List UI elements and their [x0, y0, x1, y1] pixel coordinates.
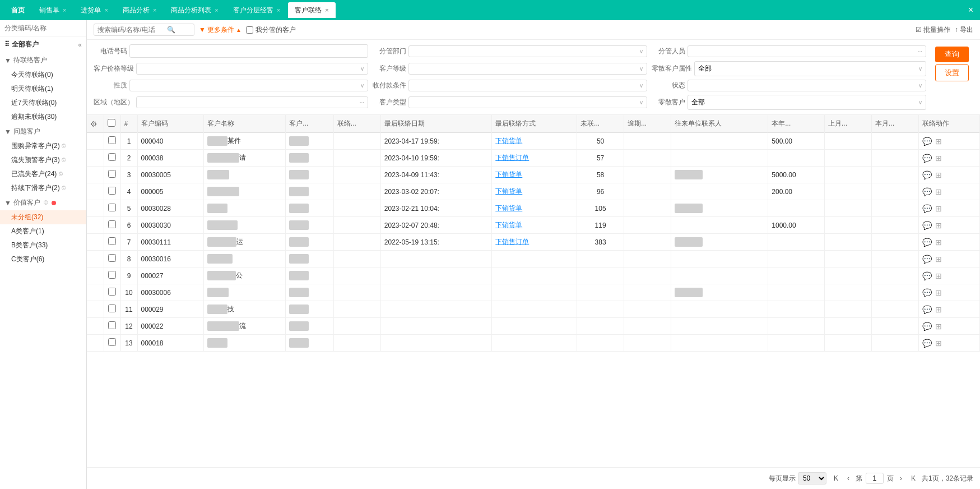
dept-select[interactable]: ∨ — [408, 45, 647, 57]
chat-icon[interactable]: 💬 — [922, 322, 932, 331]
tab-product-analysis-close[interactable]: × — [153, 7, 156, 13]
grid-icon[interactable]: ⊞ — [935, 170, 942, 179]
phone-input[interactable] — [129, 44, 368, 58]
chat-icon[interactable]: 💬 — [922, 221, 932, 230]
grid-icon[interactable]: ⊞ — [935, 221, 942, 230]
chat-icon[interactable]: 💬 — [922, 255, 932, 264]
grid-icon[interactable]: ⊞ — [935, 204, 942, 213]
sidebar-section-problem[interactable]: ▼ 问题客户 — [0, 124, 86, 139]
sidebar-item-tomorrow[interactable]: 明天待联络(1) — [0, 82, 86, 96]
grid-icon[interactable]: ⊞ — [935, 288, 942, 297]
sidebar-item-churn-warning[interactable]: 流失预警客户(3) © — [0, 153, 86, 167]
tab-purchase[interactable]: 进货单 × — [74, 2, 114, 18]
row-select-checkbox[interactable] — [108, 187, 116, 195]
next-page-btn[interactable]: › — [897, 473, 905, 483]
nature-select[interactable]: ∨ — [129, 80, 368, 91]
chat-icon[interactable]: 💬 — [922, 288, 932, 297]
sidebar-section-value[interactable]: ▼ 价值客户 © — [0, 195, 86, 210]
col-unit-contact[interactable]: 往来单位联系人 — [671, 115, 768, 133]
chat-icon[interactable]: 💬 — [922, 187, 932, 196]
col-contact[interactable]: 联络... — [333, 115, 380, 133]
grid-icon[interactable]: ⊞ — [935, 305, 942, 314]
row-select-checkbox[interactable] — [108, 237, 116, 245]
sidebar-item-churned[interactable]: 已流失客户(24) © — [0, 167, 86, 181]
last-method-link[interactable]: 下销货单 — [495, 204, 522, 212]
region-select[interactable]: ··· — [136, 96, 368, 108]
tab-customer-segment-close[interactable]: × — [277, 7, 280, 13]
price-level-select[interactable]: ∨ — [136, 63, 368, 75]
col-year-amt[interactable]: 本年... — [768, 115, 825, 133]
sidebar-all-customers[interactable]: ⠿全部客户 « — [0, 36, 86, 53]
row-select-checkbox[interactable] — [108, 170, 116, 178]
row-select-checkbox[interactable] — [108, 321, 116, 329]
export-btn[interactable]: ↑ 导出 — [955, 25, 973, 35]
sidebar-item-overdue[interactable]: 逾期未联络(30) — [0, 110, 86, 124]
chat-icon[interactable]: 💬 — [922, 339, 932, 348]
chat-icon[interactable]: 💬 — [922, 305, 932, 314]
last-method-link[interactable]: 下销售订单 — [495, 154, 529, 162]
col-last-month[interactable]: 上月... — [825, 115, 872, 133]
batch-ops-btn[interactable]: ☑ 批量操作 — [916, 25, 950, 35]
row-select-checkbox[interactable] — [108, 153, 116, 161]
sidebar-item-ungroup[interactable]: 未分组(32) — [0, 210, 86, 224]
col-this-month[interactable]: 本月... — [871, 115, 918, 133]
tab-customer-contact[interactable]: 客户联络 × — [288, 2, 335, 18]
chat-icon[interactable]: 💬 — [922, 154, 932, 163]
manager-more-icon[interactable]: ··· — [918, 48, 922, 54]
more-conditions-btn[interactable]: ▼ 更多条件 ▲ — [199, 25, 241, 35]
retail-customer-select[interactable]: 全部 ∨ — [688, 95, 926, 110]
tab-sales-close[interactable]: × — [63, 7, 66, 13]
col-last-method[interactable]: 最后联络方式 — [492, 115, 577, 133]
row-select-checkbox[interactable] — [108, 136, 116, 144]
sidebar-item-abnormal[interactable]: 囤购异常客户(2) © — [0, 139, 86, 153]
chat-icon[interactable]: 💬 — [922, 137, 932, 146]
grid-icon[interactable]: ⊞ — [935, 339, 942, 348]
last-method-link[interactable]: 下销货单 — [495, 170, 522, 178]
col-code[interactable]: 客户编码 — [137, 115, 204, 133]
sidebar-item-a-class[interactable]: A类客户(1) — [0, 224, 86, 238]
row-select-checkbox[interactable] — [108, 204, 116, 211]
retail-attr-select[interactable]: 全部 ∨ — [694, 61, 926, 76]
tab-product-analysis[interactable]: 商品分析 × — [116, 2, 163, 18]
customer-level-select[interactable]: ∨ — [408, 63, 647, 75]
row-select-checkbox[interactable] — [108, 288, 116, 296]
tab-sales[interactable]: 销售单 × — [32, 2, 73, 18]
sidebar-item-today[interactable]: 今天待联络(0) — [0, 68, 86, 82]
last-method-link[interactable]: 下销货单 — [495, 221, 522, 229]
col-category[interactable]: 客户... — [286, 115, 334, 133]
tab-customer-segment[interactable]: 客户分层经客 × — [226, 2, 287, 18]
query-button[interactable]: 查询 — [935, 47, 969, 62]
row-select-checkbox[interactable] — [108, 271, 116, 279]
last-method-link[interactable]: 下销货单 — [495, 137, 522, 145]
grid-icon[interactable]: ⊞ — [935, 271, 942, 280]
tab-product-list[interactable]: 商品分析列表 × — [164, 2, 225, 18]
region-more-icon[interactable]: ··· — [360, 99, 364, 105]
grid-icon[interactable]: ⊞ — [935, 238, 942, 247]
last-page-btn[interactable]: K — [908, 473, 918, 483]
per-page-select[interactable]: 50 100 200 — [798, 472, 826, 485]
grid-icon[interactable]: ⊞ — [935, 322, 942, 331]
tab-purchase-close[interactable]: × — [104, 7, 108, 13]
chat-icon[interactable]: 💬 — [922, 271, 932, 280]
last-method-link[interactable]: 下销售订单 — [495, 238, 529, 246]
gear-settings-icon[interactable]: ⚙ — [90, 119, 97, 128]
reset-button[interactable]: 设置 — [935, 64, 969, 81]
my-customers-checkbox[interactable]: 我分管的客户 — [246, 25, 296, 35]
tab-home[interactable]: 首页 — [4, 2, 31, 18]
main-search-icon[interactable]: 🔍 — [167, 26, 175, 34]
sidebar-item-declining[interactable]: 持续下滑客户(2) © — [0, 181, 86, 195]
sidebar-item-c-class[interactable]: C类客户(6) — [0, 252, 86, 266]
main-search-input[interactable] — [97, 26, 165, 34]
col-overdue[interactable]: 逾期... — [624, 115, 671, 133]
close-all-tabs[interactable]: × — [966, 3, 976, 17]
grid-icon[interactable]: ⊞ — [935, 137, 942, 146]
col-last-date[interactable]: 最后联络日期 — [380, 115, 491, 133]
manager-select[interactable]: ··· — [688, 45, 926, 57]
sidebar-collapse-icon[interactable]: « — [78, 41, 82, 49]
select-all-checkbox[interactable] — [108, 119, 115, 127]
my-customers-check[interactable] — [246, 26, 253, 34]
page-number-input[interactable] — [866, 473, 884, 484]
first-page-btn[interactable]: K — [831, 473, 841, 483]
prev-page-btn[interactable]: ‹ — [844, 473, 852, 483]
tab-product-list-close[interactable]: × — [215, 7, 218, 13]
